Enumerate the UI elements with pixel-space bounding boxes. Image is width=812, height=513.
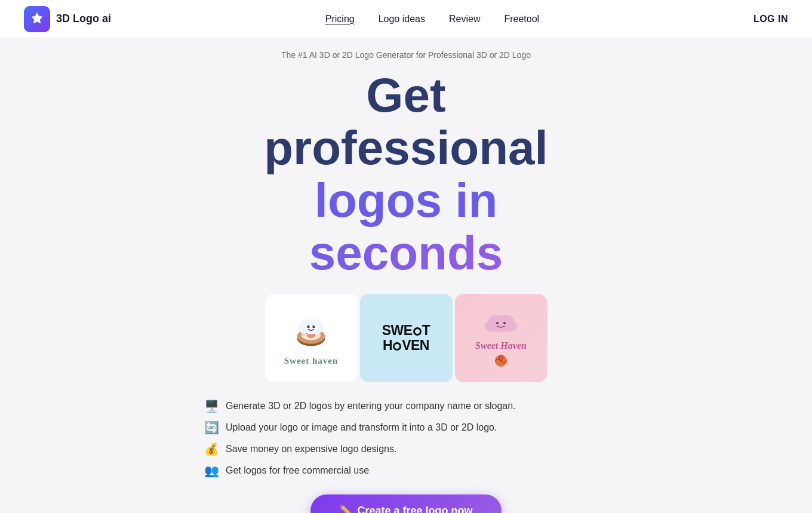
showcase-card-1: Sweet haven [265, 294, 358, 382]
main-content: The #1 AI 3D or 2D Logo Generator for Pr… [0, 38, 812, 513]
card3-content: Sweet Haven [474, 308, 528, 368]
hero-title: Get professional logos in seconds [264, 69, 548, 279]
showcase-card-2: SWET HVEN [360, 294, 453, 382]
nav-links: Pricing Logo ideas Review Freetool [325, 14, 539, 24]
svg-point-22 [496, 322, 499, 324]
login-button[interactable]: LOG IN [753, 14, 788, 24]
card3-brand: Sweet Haven [475, 340, 527, 351]
nav-item-logo-ideas[interactable]: Logo ideas [379, 14, 425, 24]
cta-icon: ✏️ [339, 504, 352, 513]
brand-logo[interactable]: 3D Logo ai [24, 6, 111, 32]
hero-subtitle: The #1 AI 3D or 2D Logo Generator for Pr… [281, 50, 531, 60]
feature-item-4: 👥 Get logos for free commercial use [203, 463, 516, 478]
card3-cloud-icon [474, 308, 528, 338]
logo-icon [24, 6, 50, 32]
nav-item-review[interactable]: Review [449, 14, 480, 24]
showcase-card-3: Sweet Haven [455, 294, 548, 382]
feature-text-3: Save money on expensive logo designs. [226, 444, 396, 454]
nav-link-freetool[interactable]: Freetool [504, 14, 539, 24]
card2-content: SWET HVEN [382, 323, 430, 354]
feature-icon-3: 💰 [203, 442, 220, 456]
feature-icon-2: 🔄 [203, 420, 220, 435]
feature-icon-4: 👥 [203, 463, 220, 478]
logo-showcase: Sweet haven SWET HVEN [265, 294, 548, 382]
nav-item-freetool[interactable]: Freetool [504, 14, 539, 24]
hero-title-line4: seconds [264, 227, 548, 279]
navigation: 3D Logo ai Pricing Logo ideas Review Fre… [0, 0, 812, 38]
svg-point-13 [307, 325, 310, 328]
cloud-donut-icon [290, 311, 333, 354]
basketball-icon [494, 354, 508, 368]
nav-item-pricing[interactable]: Pricing [325, 14, 355, 24]
feature-item-3: 💰 Save money on expensive logo designs. [203, 442, 516, 456]
feature-text-1: Generate 3D or 2D logos by entering your… [226, 401, 516, 411]
feature-icon-1: 🖥️ [203, 399, 220, 413]
cta-label: Create a free logo now [357, 505, 472, 514]
card1-brand: Sweet haven [284, 356, 339, 366]
card1-content: Sweet haven [284, 311, 339, 366]
nav-link-pricing[interactable]: Pricing [325, 14, 355, 24]
hero-title-line2: professional [264, 122, 548, 174]
feature-text-2: Upload your logo or image and transform … [226, 422, 497, 433]
svg-point-23 [503, 322, 506, 324]
svg-point-21 [499, 315, 514, 327]
features-list: 🖥️ Generate 3D or 2D logos by entering y… [203, 399, 516, 478]
feature-item-2: 🔄 Upload your logo or image and transfor… [203, 420, 516, 435]
hero-title-line3: logos in [264, 174, 548, 227]
svg-point-14 [312, 325, 315, 328]
nav-link-review[interactable]: Review [449, 14, 480, 24]
create-logo-button[interactable]: ✏️ Create a free logo now [310, 494, 501, 513]
svg-point-15 [309, 325, 309, 326]
hero-title-line1: Get [264, 69, 548, 122]
feature-item-1: 🖥️ Generate 3D or 2D logos by entering y… [203, 399, 516, 413]
feature-text-4: Get logos for free commercial use [226, 465, 369, 476]
svg-point-12 [310, 319, 322, 328]
brand-name: 3D Logo ai [56, 13, 111, 25]
svg-point-16 [314, 325, 315, 326]
nav-link-logo-ideas[interactable]: Logo ideas [379, 14, 425, 24]
